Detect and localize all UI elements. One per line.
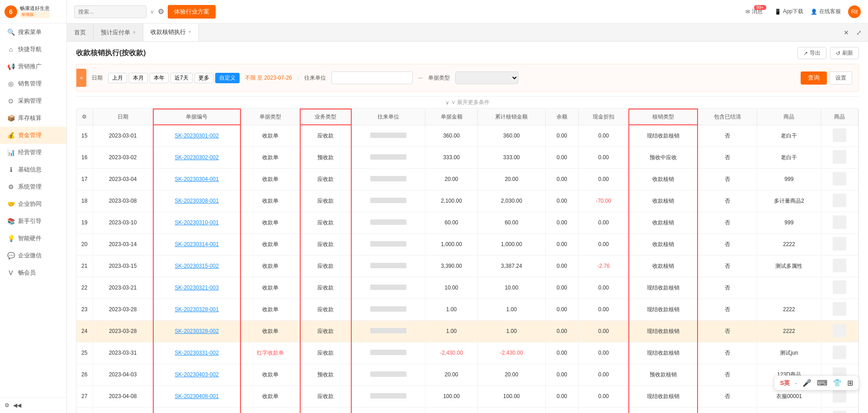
query-button[interactable]: 查询 (801, 71, 827, 85)
cell-doctype: 收款单 (241, 190, 300, 212)
tab-prepayment[interactable]: 预计应付单 × (94, 24, 143, 41)
docno-link[interactable]: SK-20230315-002 (175, 263, 218, 269)
app-download-item[interactable]: 📱 App下载 (774, 8, 803, 15)
th-settings[interactable]: ⚙ (76, 109, 93, 125)
notification-item[interactable]: ✉ 消息 99+ (745, 8, 763, 15)
sidebar-item-operation[interactable]: 📊经营管理 (0, 144, 66, 161)
docno-link[interactable]: SK-20230328-001 (175, 306, 218, 313)
ime-dot-icon[interactable]: · (795, 380, 797, 387)
cell-docno[interactable]: SK-20230403-002 (153, 364, 241, 385)
table-row[interactable]: 27 2023-04-08 SK-20230408-001 收款单 应收款 10… (76, 385, 859, 407)
table-row[interactable]: 25 2023-03-31 SK-20230331-002 红字收款单 应收款 … (76, 342, 859, 364)
sidebar-item-member[interactable]: V畅会员 (0, 264, 66, 281)
table-row[interactable]: 26 2023-04-03 SK-20230403-002 收款单 预收款 20… (76, 364, 859, 385)
sidebar-item-system[interactable]: ⚙系统管理 (0, 178, 66, 195)
ime-mic-icon[interactable]: 🎤 (802, 379, 811, 387)
ime-apps-icon[interactable]: ⊞ (847, 379, 853, 387)
table-row[interactable]: 22 2023-03-21 SK-20230321-003 收款单 应收款 10… (76, 277, 859, 299)
docno-link[interactable]: SK-20230302-002 (175, 154, 218, 161)
date-btn-more[interactable]: 更多 (194, 73, 213, 83)
tab-collection-close[interactable]: × (189, 29, 191, 34)
date-btn-7days[interactable]: 近7天 (170, 73, 193, 83)
tab-close-all-button[interactable]: ✕ (841, 27, 852, 38)
partner-input[interactable] (331, 71, 413, 84)
docno-link[interactable]: SK-20230310-001 (175, 219, 218, 226)
sidebar-item-sales[interactable]: ◎销售管理 (0, 75, 66, 92)
online-service-item[interactable]: 👤 在线客服 (811, 8, 841, 15)
cell-docno[interactable]: SK-20230308-001 (153, 190, 241, 212)
ime-shirt-icon[interactable]: 👕 (833, 379, 842, 387)
sidebar-item-guide[interactable]: 📚新手引导 (0, 213, 66, 230)
date-btn-last-month[interactable]: 上月 (108, 73, 127, 83)
user-avatar[interactable]: Rit (848, 5, 861, 18)
sidebar-item-finance[interactable]: 💰资金管理 (0, 127, 66, 144)
breadcrumb-search[interactable] (74, 5, 146, 18)
cell-docno[interactable]: SK-20230321-003 (153, 277, 241, 299)
sidebar-item-inventory[interactable]: 📦库存核算 (0, 109, 66, 127)
home-icon: ⌂ (7, 46, 14, 53)
ime-keyboard-icon[interactable]: ⌨ (817, 379, 827, 387)
cell-no: 18 (76, 190, 93, 212)
refresh-button[interactable]: ↺ 刷新 (830, 47, 859, 59)
docno-link[interactable]: SK-20230301-002 (175, 133, 218, 139)
sidebar-settings-btn[interactable]: ⚙ (5, 402, 9, 408)
cell-docno[interactable]: SK-20230304-001 (153, 168, 241, 190)
sidebar-item-hardware[interactable]: 💡智能硬件 (0, 230, 66, 247)
sidebar-item-quick[interactable]: ⌂快捷导航 (0, 41, 66, 58)
expand-more-btn[interactable]: ∨ ∨ 展开更多条件 (76, 96, 859, 108)
sidebar-item-purchase[interactable]: ⊙采购管理 (0, 92, 66, 109)
tab-prepayment-close[interactable]: × (133, 30, 136, 35)
docno-link[interactable]: SK-20230331-002 (175, 350, 218, 356)
docno-link[interactable]: SK-20230403-002 (175, 371, 218, 378)
cell-doctype: 红字收款单 (241, 342, 300, 364)
docno-link[interactable]: SK-20230328-002 (175, 328, 218, 334)
cell-docno[interactable]: SK-20230331-002 (153, 342, 241, 364)
cell-date: 2023-04-03 (93, 364, 153, 385)
table-row[interactable]: 19 2023-03-10 SK-20230310-001 收款单 应收款 60… (76, 212, 859, 233)
cell-docno[interactable]: SK-20230408-001 (153, 385, 241, 407)
cell-docno[interactable]: SK-20230328-001 (153, 299, 241, 320)
purchase-icon: ⊙ (7, 97, 14, 104)
cell-included: 否 (698, 364, 757, 385)
sidebar-item-marketing[interactable]: 📢营销推广 (0, 58, 66, 75)
date-btn-this-year[interactable]: 本年 (150, 73, 169, 83)
cell-docno[interactable]: SK-20230310-001 (153, 212, 241, 233)
sidebar-item-collab[interactable]: 🤝企业协同 (0, 195, 66, 213)
table-row[interactable]: 16 2023-03-02 SK-20230302-002 收款单 预收款 33… (76, 147, 859, 168)
table-row[interactable]: 20 2023-03-14 SK-20230314-001 收款单 应收款 1,… (76, 233, 859, 255)
tab-home[interactable]: 首页 (67, 24, 94, 41)
table-row[interactable]: 28 2023-04-18 SK-20230418-001 收款单 应收款 10… (76, 407, 859, 413)
table-row[interactable]: 21 2023-03-15 SK-20230315-002 收款单 应收款 3,… (76, 255, 859, 277)
date-btn-this-month[interactable]: 本月 (129, 73, 148, 83)
filter-toggle-btn[interactable]: » (76, 69, 86, 87)
cell-docno[interactable]: SK-20230314-001 (153, 233, 241, 255)
table-row[interactable]: 24 2023-03-28 SK-20230328-002 收款单 应收款 1.… (76, 320, 859, 342)
table-row[interactable]: 17 2023-03-04 SK-20230304-001 收款单 应收款 20… (76, 168, 859, 190)
table-row[interactable]: 15 2023-03-01 SK-20230301-002 收款单 应收款 36… (76, 125, 859, 147)
docno-link[interactable]: SK-20230314-001 (175, 241, 218, 247)
docno-link[interactable]: SK-20230304-001 (175, 176, 218, 182)
cell-docno[interactable]: SK-20230315-002 (153, 255, 241, 277)
export-button[interactable]: ↗ 导出 (797, 47, 826, 59)
cell-docno[interactable]: SK-20230418-001 (153, 407, 241, 413)
settings-button[interactable]: 设置 (830, 71, 852, 85)
date-btn-custom[interactable]: 自定义 (215, 73, 240, 83)
docno-link[interactable]: SK-20230408-001 (175, 393, 218, 399)
industry-solution-button[interactable]: 体验行业方案 (168, 5, 216, 19)
sidebar-collapse-btn[interactable]: ◀◀ (13, 402, 21, 408)
cell-docno[interactable]: SK-20230302-002 (153, 147, 241, 168)
tab-collection[interactable]: 收款核销执行 × (143, 24, 199, 41)
table-row[interactable]: 23 2023-03-28 SK-20230328-001 收款单 应收款 1.… (76, 299, 859, 320)
table-row[interactable]: 18 2023-03-08 SK-20230308-001 收款单 应收款 2,… (76, 190, 859, 212)
docno-link[interactable]: SK-20230321-003 (175, 285, 218, 291)
tab-expand-button[interactable]: ⤢ (854, 27, 864, 38)
sidebar-item-basic[interactable]: ℹ基础信息 (0, 161, 66, 178)
docno-link[interactable]: SK-20230308-001 (175, 198, 218, 204)
sidebar-item-wechat[interactable]: 💬企业微信 (0, 247, 66, 264)
doc-type-select[interactable] (455, 71, 519, 84)
cell-docno[interactable]: SK-20230301-002 (153, 125, 241, 147)
settings-icon[interactable]: ⚙ (158, 7, 164, 16)
cell-docno[interactable]: SK-20230328-002 (153, 320, 241, 342)
sidebar-item-search[interactable]: 🔍搜索菜单 (0, 24, 66, 41)
data-table: ⚙ 日期 单据编号 单据类型 业务类型 往来单位 单据金额 累计核销金额 余额 … (76, 109, 859, 413)
